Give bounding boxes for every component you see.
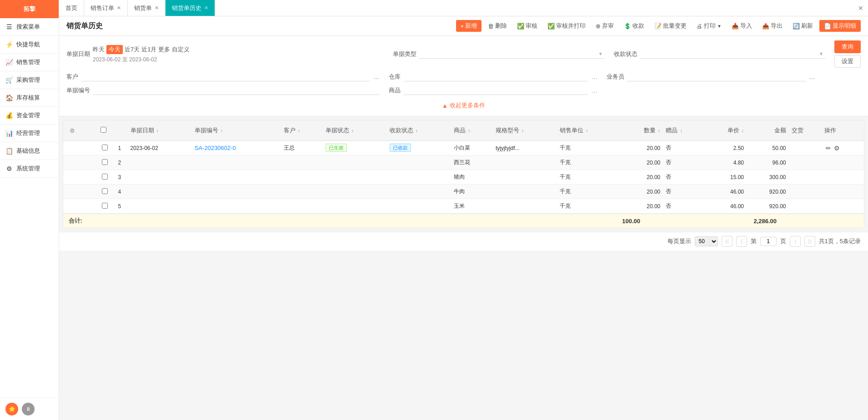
tab-sales-goods[interactable]: 销货单 ✕ [128,0,166,16]
refresh-button[interactable]: 🔄 刷新 [789,20,817,32]
search-menu-icon: ☰ [5,23,13,30]
tab-bar-global-close[interactable]: ✕ [858,5,863,12]
show-detail-button[interactable]: 📄 显示明细 [819,20,861,32]
query-button[interactable]: 查询 [834,40,861,53]
sidebar-item-sys-mgmt[interactable]: ⚙ 系统管理 [0,160,59,178]
cell-doc-status [323,185,387,199]
date-shortcuts: 昨天 今天 近7天 近1月 更多 自定义 2023-06-02 至 2023-0… [93,45,384,64]
audit-button[interactable]: ✅ 审核 [513,20,541,32]
date-shortcut-today[interactable]: 今天 [106,45,123,54]
th-doc-no[interactable]: 单据编号 ↕ [192,120,281,141]
tab-sales-history[interactable]: 销货单历史 ✕ [166,0,215,16]
cell-checkbox[interactable] [98,170,111,185]
print-button[interactable]: 🖨 打印 ▼ [693,20,725,32]
prev-page-btn[interactable]: ⟨ [736,236,747,247]
collect-button[interactable]: 💲 收款 [620,20,648,32]
cell-amount: 50.00 [747,141,789,155]
sidebar-bottom-pause[interactable]: ⏸ [22,403,35,415]
cell-checkbox[interactable] [98,199,111,214]
th-customer[interactable]: 客户 ↕ [281,120,323,141]
doc-no-input[interactable] [93,86,380,95]
sidebar-item-search-menu[interactable]: ☰ 搜索菜单 [0,18,59,36]
query-buttons: 查询 设置 [834,40,861,68]
cell-doc-no[interactable] [192,199,281,214]
page-input[interactable] [760,237,777,246]
sidebar-item-finance-mgmt[interactable]: 💰 资金管理 [0,107,59,125]
th-spec[interactable]: 规格型号 ↕ [493,120,557,141]
row-checkbox-1[interactable] [102,159,108,165]
cell-checkbox[interactable] [98,155,111,170]
add-icon: + [461,23,464,30]
cell-doc-no[interactable]: SA-20230602-0 [192,141,281,155]
tab-sales-history-close[interactable]: ✕ [204,5,208,11]
customer-dots[interactable]: ... [373,73,379,81]
tab-sales-goods-close[interactable]: ✕ [155,5,159,11]
tab-sales-order[interactable]: 销售订单 ✕ [84,0,128,16]
tab-home[interactable]: 首页 [59,0,84,16]
audit-print-button[interactable]: ✅ 审核并打印 [544,20,589,32]
goods-dots[interactable]: ... [592,86,597,95]
sidebar-item-basic-info[interactable]: 📋 基础信息 [0,142,59,160]
sidebar-item-quick-nav[interactable]: ⚡ 快捷导航 [0,36,59,54]
th-doc-status[interactable]: 单据状态 ↕ [323,120,387,141]
sidebar-bottom-icon1[interactable]: 🌟 [5,403,18,415]
delete-button[interactable]: 🗑 删除 [484,20,511,32]
sales-staff-dots[interactable]: ... [809,73,815,81]
batch-change-icon: 📝 [654,23,662,30]
cell-doc-no[interactable] [192,155,281,170]
first-page-btn[interactable]: ⟨⟨ [722,236,733,247]
date-shortcut-more[interactable]: 更多 [158,45,170,54]
column-settings-icon[interactable]: ⚙ [66,124,79,137]
cell-qty: 20.00 [621,199,663,214]
th-gift[interactable]: 赠品 ↕ [663,120,705,141]
batch-change-button[interactable]: 📝 批量变更 [651,20,690,32]
warehouse-dots[interactable]: ... [592,73,597,81]
action-edit-0[interactable]: ✏ [824,145,833,152]
th-goods[interactable]: 商品 ↕ [451,120,493,141]
cell-checkbox[interactable] [98,141,111,155]
cell-doc-no[interactable] [192,185,281,199]
th-doc-date[interactable]: 单据日期 ↕ [128,120,192,141]
collect-status-select[interactable] [642,50,819,57]
discard-button[interactable]: ⊗ 弃审 [592,20,617,32]
date-shortcut-yesterday[interactable]: 昨天 [93,45,105,54]
last-page-btn[interactable]: ⟩⟩ [804,236,815,247]
doc-type-select[interactable] [421,50,598,57]
customer-input[interactable] [81,72,370,81]
cell-doc-no[interactable] [192,170,281,185]
warehouse-input[interactable] [403,72,588,81]
sales-staff-input[interactable] [627,72,806,81]
setting-button[interactable]: 设置 [834,55,861,68]
sidebar-item-sales-mgmt[interactable]: 📈 销售管理 [0,54,59,71]
tab-sales-order-close[interactable]: ✕ [117,5,121,11]
date-shortcut-7days[interactable]: 近7天 [125,45,140,54]
sidebar-item-inventory[interactable]: 🏠 库存核算 [0,89,59,107]
page-size-select[interactable]: 50 100 [695,236,718,246]
row-checkbox-3[interactable] [102,188,108,194]
import-button[interactable]: 📥 导入 [728,20,756,32]
row-checkbox-4[interactable] [102,203,108,209]
action-more-0[interactable]: ⚙ [833,145,841,152]
next-page-btn[interactable]: ⟩ [790,236,801,247]
th-unit[interactable]: 销售单位 ↕ [557,120,621,141]
cell-checkbox[interactable] [98,185,111,199]
filter-collapse-btn[interactable]: ▲ 收起更多条件 [66,100,861,111]
th-qty[interactable]: 数量 ↕ [621,120,663,141]
goods-input[interactable] [403,86,588,95]
th-unit-price[interactable]: 单价 ↕ [705,120,747,141]
select-all-checkbox[interactable] [100,127,106,133]
cell-qty: 20.00 [621,155,663,170]
row-checkbox-2[interactable] [102,174,108,180]
export-button[interactable]: 📤 导出 [758,20,786,32]
th-collect-status[interactable]: 收款状态 ↕ [387,120,451,141]
cell-customer [281,199,323,214]
sidebar-item-ops-mgmt[interactable]: 📊 经营管理 [0,125,59,142]
date-label: 单据日期 [66,50,90,58]
date-shortcut-1month[interactable]: 近1月 [141,45,156,54]
row-checkbox-0[interactable] [102,145,108,150]
date-shortcut-custom[interactable]: 自定义 [172,45,190,54]
sidebar-item-purchase-mgmt[interactable]: 🛒 采购管理 [0,71,59,89]
cell-unit-price: 2.50 [705,141,747,155]
table-row: 3 猪肉 千克 20.00 否 15.00 300.00 [63,170,864,185]
add-button[interactable]: + 新增 [456,20,482,32]
